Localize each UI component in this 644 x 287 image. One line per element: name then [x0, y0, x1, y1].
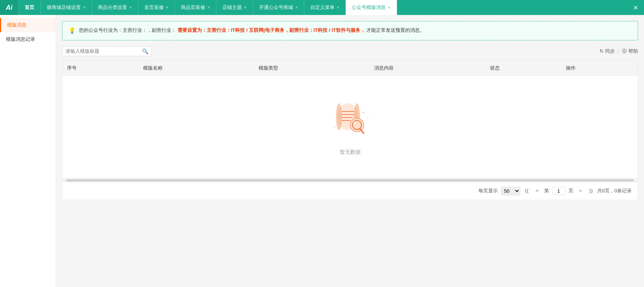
tab-label-shop-theme: 店铺主题 [222, 4, 242, 11]
page-input[interactable] [552, 187, 566, 195]
tab-label-custom-menu: 自定义菜单 [310, 4, 335, 11]
per-page-label: 每页显示 [478, 187, 498, 194]
tab-label-product-decor: 商品页装修 [181, 4, 205, 11]
help-button[interactable]: ⓪ 帮助 [622, 48, 638, 55]
global-close-button[interactable]: ✕ [627, 4, 644, 11]
tab-close-wechat-shop[interactable]: × [83, 5, 86, 10]
alert-suffix: 才能正常发送预置的消息。 [366, 27, 425, 33]
divider: | [618, 48, 619, 54]
sidebar-item-template-record[interactable]: 模版消息记录 [0, 32, 56, 46]
tab-shop-theme[interactable]: 店铺主题× [216, 0, 253, 15]
svg-point-10 [354, 122, 356, 124]
page-suffix: 页 [568, 187, 573, 194]
tab-open-mall[interactable]: 开通公众号商城× [253, 0, 304, 15]
first-page-button[interactable]: ⟨⟨ [523, 187, 530, 195]
svg-text:✦: ✦ [333, 125, 336, 129]
svg-text:✦: ✦ [362, 110, 365, 115]
tab-close-product-decor[interactable]: × [207, 5, 210, 10]
table-wrapper: 序号模版名称模版类型消息内容状态操作 [62, 61, 638, 200]
tab-custom-menu[interactable]: 自定义菜单× [304, 0, 346, 15]
svg-text:✦: ✦ [367, 117, 369, 119]
alert-text: 您的公众号行业为：主营行业：，副营行业： 需要设置为：主营行业：IT科技 / 互… [79, 27, 425, 34]
tab-label-category: 商品分类设置 [98, 4, 127, 11]
svg-point-1 [336, 103, 342, 130]
col-header-action: 操作 [561, 61, 638, 76]
sync-icon: ↻ [600, 48, 604, 54]
data-table: 序号模版名称模版类型消息内容状态操作 [62, 61, 638, 178]
tab-close-homepage-decor[interactable]: × [166, 5, 169, 10]
tab-template-msg[interactable]: 公众号模版消息× [346, 0, 397, 15]
alert-banner: 💡 您的公众号行业为：主营行业：，副营行业： 需要设置为：主营行业：IT科技 /… [62, 21, 638, 40]
tab-wechat-shop[interactable]: 微商城店铺设置× [41, 0, 92, 15]
per-page-select[interactable]: 102050100 [501, 187, 520, 195]
next-page-button[interactable]: ＞ [576, 187, 585, 195]
tab-close-open-mall[interactable]: × [295, 5, 298, 10]
tab-home[interactable]: 首页 [19, 0, 41, 15]
col-header-status: 状态 [486, 61, 562, 76]
page-label: 第 [544, 187, 549, 194]
empty-text: 暂无数据 [340, 149, 361, 156]
tab-product-decor[interactable]: 商品页装修× [175, 0, 216, 15]
last-page-button[interactable]: ⟩⟩ [588, 187, 594, 195]
alert-highlight: 需要设置为：主营行业：IT科技 / 互联网|电子商务，副营行业：IT科技 / I… [178, 27, 365, 33]
tab-category[interactable]: 商品分类设置× [92, 0, 138, 15]
tab-homepage-decor[interactable]: 首页装修× [138, 0, 175, 15]
sidebar-item-template-message[interactable]: 模版消息 [0, 18, 56, 32]
tab-label-template-msg: 公众号模版消息 [352, 4, 386, 11]
tab-label-home: 首页 [25, 4, 34, 11]
tab-label-open-mall: 开通公众号商城 [259, 4, 293, 11]
tab-label-wechat-shop: 微商城店铺设置 [47, 4, 81, 11]
empty-illustration: ✦ ✦ ✦ [328, 98, 373, 143]
prev-page-button[interactable]: ＜ [533, 187, 541, 195]
col-header-name: 模版名称 [139, 61, 254, 76]
help-icon: ⓪ [622, 48, 627, 55]
app-logo: Ai [0, 0, 19, 15]
search-bar: 🔍 ↻ 同步 | ⓪ 帮助 [62, 46, 638, 56]
table-header: 序号模版名称模版类型消息内容状态操作 [62, 61, 638, 76]
bulb-icon: 💡 [68, 26, 76, 36]
tab-close-category[interactable]: × [129, 5, 132, 10]
pagination: 每页显示 102050100 ⟨⟨ ＜ 第 页 ＞ ⟩⟩ 共0页，0条记录 [62, 182, 638, 200]
tab-label-homepage-decor: 首页装修 [144, 4, 164, 11]
main-content: 💡 您的公众号行业为：主营行业：，副营行业： 需要设置为：主营行业：IT科技 /… [56, 15, 644, 287]
search-icon[interactable]: 🔍 [142, 48, 148, 54]
sync-label: 同步 [605, 48, 615, 55]
search-actions: ↻ 同步 | ⓪ 帮助 [600, 48, 638, 55]
tab-close-custom-menu[interactable]: × [337, 5, 339, 10]
alert-prefix: 您的公众号行业为：主营行业：，副营行业： [79, 27, 176, 33]
sidebar: 模版消息模版消息记录 [0, 15, 56, 287]
empty-state: ✦ ✦ ✦ 暂无数据 [62, 76, 638, 178]
tab-close-template-msg[interactable]: × [388, 5, 391, 10]
top-nav: Ai 首页微商城店铺设置×商品分类设置×首页装修×商品页装修×店铺主题×开通公众… [0, 0, 644, 15]
search-input[interactable] [65, 48, 142, 54]
col-header-type: 模版类型 [254, 61, 370, 76]
horizontal-scrollbar[interactable] [62, 178, 638, 182]
pagination-total: 共0页，0条记录 [597, 187, 632, 194]
layout: 模版消息模版消息记录 💡 您的公众号行业为：主营行业：，副营行业： 需要设置为：… [0, 15, 644, 287]
tab-close-shop-theme[interactable]: × [244, 5, 247, 10]
col-header-seq: 序号 [62, 61, 139, 76]
sync-button[interactable]: ↻ 同步 [600, 48, 615, 55]
col-header-content: 消息内容 [370, 61, 485, 76]
scrollbar-thumb[interactable] [66, 179, 634, 181]
search-input-wrapper: 🔍 [62, 46, 152, 56]
help-label: 帮助 [628, 48, 638, 55]
